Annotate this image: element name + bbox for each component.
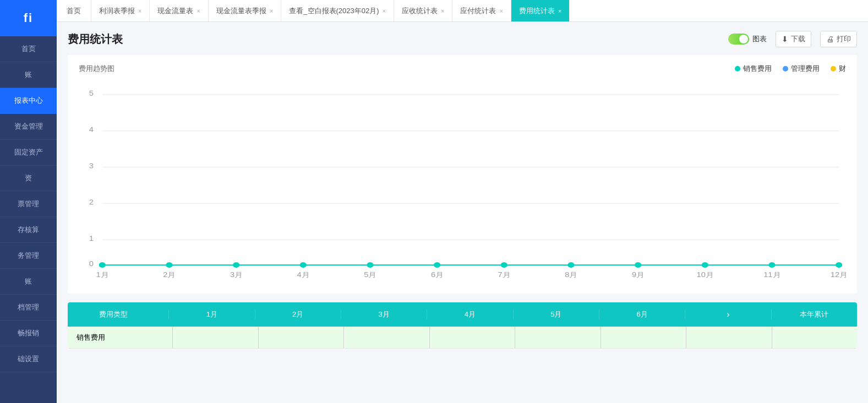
- tab-close-blank-report[interactable]: ×: [383, 8, 386, 14]
- th-expense-type: 费用类型 ‹: [68, 310, 169, 319]
- svg-text:2月: 2月: [163, 271, 175, 278]
- svg-text:6月: 6月: [431, 271, 443, 278]
- sidebar-item-archive[interactable]: 档管理: [0, 295, 57, 321]
- svg-text:7月: 7月: [498, 271, 510, 278]
- tab-close-payable[interactable]: ×: [499, 8, 503, 14]
- chart-section: 费用趋势图 销售费用 管理费用 财: [68, 55, 857, 294]
- tab-cashflow[interactable]: 现金流量表 ×: [150, 0, 208, 22]
- nav-next-arrow[interactable]: ›: [724, 310, 731, 319]
- print-button[interactable]: 🖨 打印: [820, 31, 857, 47]
- svg-point-16: [367, 262, 373, 268]
- svg-point-13: [166, 262, 172, 268]
- tab-cashflow-quarterly[interactable]: 现金流量表季报 ×: [209, 0, 281, 22]
- legend-admin: 管理费用: [783, 64, 820, 74]
- svg-text:11月: 11月: [763, 271, 780, 278]
- svg-text:0: 0: [89, 260, 94, 267]
- sidebar-item-inventory[interactable]: 存核算: [0, 217, 57, 243]
- tab-payable[interactable]: 应付统计表 ×: [452, 0, 511, 22]
- td-month2-val: [259, 327, 344, 348]
- sidebar-item-expense[interactable]: 畅报销: [0, 321, 57, 346]
- logo: fi: [0, 0, 57, 36]
- sidebar-item-settings[interactable]: 础设置: [0, 346, 57, 372]
- sidebar-item-ledger[interactable]: 账: [0, 269, 57, 295]
- sidebar-item-account[interactable]: 账: [0, 62, 57, 88]
- tab-close-receivable[interactable]: ×: [441, 8, 444, 14]
- th-month-5: 5月: [514, 310, 599, 319]
- td-expense-name: 销售费用: [68, 327, 173, 348]
- th-month-3: 3月: [341, 310, 427, 319]
- tab-expense-stats[interactable]: 费用统计表 ×: [511, 0, 570, 22]
- chart-toggle-label: 图表: [752, 34, 767, 44]
- td-month4-val: [430, 327, 515, 348]
- svg-point-18: [501, 262, 507, 268]
- legend-label-sales: 销售费用: [743, 64, 772, 74]
- toggle-knob: [739, 35, 748, 43]
- legend-label-admin: 管理费用: [791, 64, 820, 74]
- chart-legend: 销售费用 管理费用 财: [735, 64, 846, 74]
- tab-close-expense-stats[interactable]: ×: [558, 8, 561, 14]
- th-month-2: 2月: [255, 310, 341, 319]
- svg-text:5月: 5月: [364, 271, 376, 278]
- svg-text:9月: 9月: [632, 271, 644, 278]
- svg-text:3月: 3月: [230, 271, 242, 278]
- page-header: 费用统计表 图表 ⬇ 下载 🖨 打印: [68, 31, 857, 47]
- table-section: 费用类型 ‹ 1月 2月 3月 4月 5月: [68, 302, 857, 349]
- sidebar-item-service[interactable]: 务管理: [0, 243, 57, 269]
- svg-point-15: [300, 262, 307, 268]
- tab-close-cashflow-quarterly[interactable]: ×: [270, 8, 273, 14]
- th-year-total: 本年累计: [772, 310, 857, 319]
- td-month1-val: [173, 327, 258, 348]
- sidebar-item-home[interactable]: 首页: [0, 36, 57, 62]
- table-row: 销售费用: [68, 327, 857, 349]
- svg-point-19: [567, 262, 574, 268]
- sidebar-item-funds[interactable]: 资金管理: [0, 114, 57, 140]
- chart-title: 费用趋势图: [79, 64, 114, 74]
- svg-text:8月: 8月: [565, 271, 577, 278]
- tab-close-cashflow[interactable]: ×: [196, 8, 200, 14]
- td-month3-val: [344, 327, 429, 348]
- svg-text:5: 5: [89, 90, 94, 97]
- tab-receivable[interactable]: 应收统计表 ×: [394, 0, 452, 22]
- nav-prev-arrow[interactable]: ‹: [130, 310, 137, 319]
- svg-text:12月: 12月: [831, 271, 846, 278]
- svg-point-21: [702, 262, 708, 268]
- tab-home[interactable]: 首页: [57, 0, 91, 22]
- tab-bar: 首页 利润表季报 × 现金流量表 × 现金流量表季报 × 查看_空白报表(202…: [57, 0, 868, 22]
- svg-point-12: [99, 262, 106, 268]
- svg-point-22: [768, 262, 775, 268]
- sidebar-item-invoice[interactable]: 票管理: [0, 191, 57, 217]
- svg-text:1月: 1月: [96, 271, 108, 278]
- svg-text:1: 1: [89, 235, 94, 242]
- table-header-row: 费用类型 ‹ 1月 2月 3月 4月 5月: [68, 302, 857, 327]
- header-actions: 图表 ⬇ 下载 🖨 打印: [728, 31, 857, 47]
- chart-toggle-wrap: 图表: [728, 34, 767, 45]
- chart-header: 费用趋势图 销售费用 管理费用 财: [79, 64, 846, 74]
- tab-blank-report[interactable]: 查看_空白报表(2023年02月) ×: [281, 0, 394, 22]
- svg-text:3: 3: [89, 162, 94, 169]
- legend-dot-admin: [783, 66, 788, 71]
- main-area: 首页 利润表季报 × 现金流量表 × 现金流量表季报 × 查看_空白报表(202…: [57, 0, 868, 403]
- legend-dot-sales: [735, 66, 740, 71]
- th-month-6: 6月: [599, 310, 685, 319]
- legend-finance: 财: [831, 64, 846, 74]
- td-month6-val: [601, 327, 686, 348]
- sidebar-item-assets[interactable]: 固定资产: [0, 140, 57, 165]
- svg-point-23: [836, 262, 842, 268]
- tab-profit-quarterly[interactable]: 利润表季报 ×: [91, 0, 150, 22]
- legend-label-finance: 财: [839, 64, 846, 74]
- svg-text:4月: 4月: [297, 271, 309, 278]
- chart-toggle[interactable]: [728, 34, 749, 45]
- svg-point-17: [434, 262, 440, 268]
- legend-dot-finance: [831, 66, 836, 71]
- svg-text:2: 2: [89, 198, 94, 206]
- sidebar-item-reports[interactable]: 报表中心: [0, 88, 57, 114]
- svg-point-14: [233, 262, 239, 268]
- chart-area: 5 4 3 2 1 0: [79, 79, 846, 283]
- chart-svg: 5 4 3 2 1 0: [79, 79, 846, 283]
- legend-sales: 销售费用: [735, 64, 772, 74]
- download-button[interactable]: ⬇ 下载: [776, 31, 811, 47]
- td-year-total-val: [772, 327, 857, 348]
- td-month5-val: [515, 327, 600, 348]
- sidebar-item-capital[interactable]: 资: [0, 165, 57, 191]
- tab-close-profit-quarterly[interactable]: ×: [138, 8, 141, 14]
